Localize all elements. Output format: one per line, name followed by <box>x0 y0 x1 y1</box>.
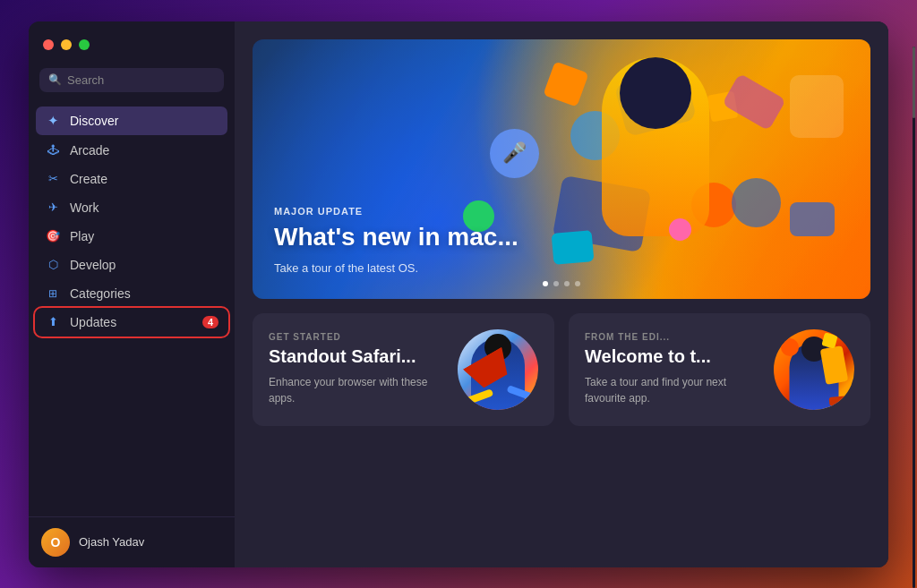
card-editors-image <box>774 329 854 410</box>
categories-icon: ⊞ <box>45 287 61 300</box>
sidebar-item-discover[interactable]: ✦ Discover <box>36 107 227 135</box>
titlebar <box>29 21 235 68</box>
card-safari[interactable]: GET STARTED Standout Safari... Enhance y… <box>253 313 554 426</box>
dot-4[interactable] <box>575 281 580 286</box>
sidebar-item-updates-label: Updates <box>70 315 116 329</box>
sidebar-item-develop[interactable]: ⬡ Develop <box>36 251 227 278</box>
main-content: 🎤 MAJOR UPDATE What's new <box>235 21 888 567</box>
create-icon: ✂ <box>45 172 61 185</box>
dot-2[interactable] <box>553 281 559 286</box>
develop-icon: ⬡ <box>45 258 61 271</box>
card-safari-description: Enhance your browser with these apps. <box>269 374 445 406</box>
dot-1[interactable] <box>543 281 548 286</box>
card-safari-title: Standout Safari... <box>269 345 445 367</box>
maximize-button[interactable] <box>79 39 90 50</box>
dot-3[interactable] <box>564 281 570 286</box>
sidebar-item-play-label: Play <box>70 229 94 243</box>
search-bar[interactable]: 🔍 Search <box>39 68 224 92</box>
card-safari-text: GET STARTED Standout Safari... Enhance y… <box>269 332 445 406</box>
search-input[interactable]: Search <box>67 73 104 87</box>
minimize-button[interactable] <box>61 39 72 50</box>
hero-text-block: MAJOR UPDATE What's new in mac... Take a… <box>274 206 518 277</box>
card-editors-label: FROM THE EDI... <box>585 332 761 342</box>
work-icon: ✈ <box>45 200 61 214</box>
hero-title: What's new in mac... <box>274 222 518 252</box>
sidebar-item-categories[interactable]: ⊞ Categories <box>36 280 227 307</box>
arcade-icon: 🕹 <box>45 143 61 157</box>
card-safari-label: GET STARTED <box>269 332 445 342</box>
updates-icon: ⬆ <box>45 315 61 328</box>
hero-label: MAJOR UPDATE <box>274 206 518 217</box>
play-icon: 🎯 <box>45 229 61 243</box>
sidebar-item-arcade-label: Arcade <box>70 143 109 158</box>
sidebar-item-arcade[interactable]: 🕹 Arcade <box>36 137 227 164</box>
close-button[interactable] <box>43 39 54 50</box>
user-name: Ojash Yadav <box>79 535 144 549</box>
sidebar-item-categories-label: Categories <box>70 286 131 301</box>
user-section: O Ojash Yadav <box>29 516 235 567</box>
avatar: O <box>41 528 70 557</box>
sidebar-item-develop-label: Develop <box>70 258 116 272</box>
card-editors-description: Take a tour and find your next favourite… <box>585 374 761 406</box>
sidebar-item-play[interactable]: 🎯 Play <box>36 223 227 250</box>
card-safari-image <box>458 329 538 410</box>
card-editors-text: FROM THE EDI... Welcome to t... Take a t… <box>585 332 761 406</box>
card-editors-title: Welcome to t... <box>585 345 761 367</box>
hero-subtitle: Take a tour of the latest OS. <box>274 260 518 277</box>
hero-banner[interactable]: 🎤 MAJOR UPDATE What's new <box>253 39 870 299</box>
updates-badge: 4 <box>202 316 219 328</box>
cards-row: GET STARTED Standout Safari... Enhance y… <box>253 313 870 426</box>
sidebar-item-create-label: Create <box>70 172 107 186</box>
nav-list: ✦ Discover 🕹 Arcade ✂ Create ✈ Work 🎯 Pl… <box>29 103 235 516</box>
sidebar-item-updates[interactable]: ⬆ Updates 4 <box>36 309 227 336</box>
sidebar-item-work[interactable]: ✈ Work <box>36 194 227 221</box>
sidebar-item-discover-label: Discover <box>70 114 118 128</box>
app-window: 🔍 Search ✦ Discover 🕹 Arcade ✂ Create ✈ … <box>29 21 888 567</box>
discover-icon: ✦ <box>45 113 61 129</box>
sidebar-item-create[interactable]: ✂ Create <box>36 166 227 192</box>
card-editors[interactable]: FROM THE EDI... Welcome to t... Take a t… <box>569 313 870 426</box>
hero-pagination-dots <box>543 281 580 286</box>
sidebar: 🔍 Search ✦ Discover 🕹 Arcade ✂ Create ✈ … <box>29 21 235 567</box>
search-icon: 🔍 <box>48 73 62 86</box>
sidebar-item-work-label: Work <box>70 200 99 215</box>
